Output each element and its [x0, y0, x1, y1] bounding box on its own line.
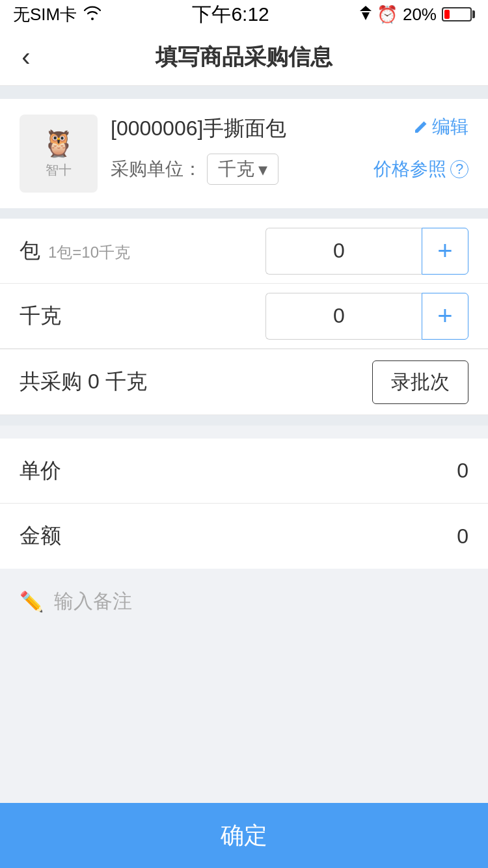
bag-plus-button[interactable]: + — [422, 228, 468, 275]
status-bar-left: 无SIM卡 — [13, 3, 102, 26]
gps-icon — [360, 5, 372, 25]
unit-price-row: 单价 0 — [0, 439, 488, 504]
kg-quantity-input[interactable] — [265, 293, 422, 340]
help-icon: ? — [450, 160, 468, 178]
notes-section[interactable]: ✏️ 输入备注 — [0, 569, 488, 634]
kg-input-group: + — [98, 293, 468, 340]
status-bar-right: ⏰ 20% — [360, 5, 475, 25]
section-divider-1 — [0, 208, 488, 219]
alarm-icon: ⏰ — [377, 5, 398, 25]
product-card: 🦉 智十 [0000006]手撕面包 编辑 采购单位： 千克 ▾ — [0, 99, 488, 208]
kg-plus-button[interactable]: + — [422, 293, 468, 340]
section-divider-2 — [0, 415, 488, 426]
edit-button[interactable]: 编辑 — [414, 115, 468, 139]
unit-label: 采购单位： 千克 ▾ — [111, 154, 278, 185]
summary-row: 共采购 0 千克 录批次 — [0, 349, 488, 414]
product-thumbnail: 🦉 智十 — [20, 115, 98, 193]
nav-bar: ‹ 填写商品采购信息 — [0, 29, 488, 86]
product-name: [0000006]手撕面包 — [111, 115, 286, 143]
bag-input-group: + — [130, 228, 468, 275]
unit-price-label: 单价 — [20, 457, 61, 485]
content-spacer — [0, 634, 488, 816]
amount-value: 0 — [457, 524, 468, 549]
quantity-section: 包 1包=10千克 + 千克 + — [0, 219, 488, 349]
product-owl-icon: 🦉 — [42, 128, 75, 159]
kg-row: 千克 + — [0, 284, 488, 349]
unit-price-value: 0 — [457, 459, 468, 483]
product-info: [0000006]手撕面包 编辑 采购单位： 千克 ▾ 价格参照 ? — [111, 115, 468, 185]
carrier-text: 无SIM卡 — [13, 3, 77, 26]
record-batch-button[interactable]: 录批次 — [372, 360, 468, 404]
unit-dropdown[interactable]: 千克 ▾ — [207, 154, 278, 185]
back-button[interactable]: ‹ — [0, 29, 52, 86]
chevron-down-icon: ▾ — [258, 159, 267, 180]
top-divider — [0, 86, 488, 99]
wifi-icon — [83, 5, 102, 25]
status-bar-time: 下午6:12 — [192, 1, 269, 28]
bag-row: 包 1包=10千克 + — [0, 219, 488, 284]
page-title: 填写商品采购信息 — [156, 42, 332, 72]
confirm-button[interactable]: 确定 — [0, 803, 488, 868]
status-bar: 无SIM卡 下午6:12 ⏰ 20% — [0, 0, 488, 29]
amount-label: 金额 — [20, 522, 61, 550]
product-owl-label: 智十 — [46, 161, 72, 179]
battery-percent: 20% — [403, 5, 437, 25]
bag-unit-note: 1包=10千克 — [48, 242, 130, 263]
pencil-icon: ✏️ — [20, 590, 44, 613]
bag-label: 包 1包=10千克 — [20, 237, 130, 265]
amount-row: 金额 0 — [0, 504, 488, 569]
pricing-section: 单价 0 金额 0 — [0, 439, 488, 569]
summary-text: 共采购 0 千克 — [20, 368, 147, 396]
notes-placeholder: 输入备注 — [54, 588, 132, 615]
bag-quantity-input[interactable] — [265, 228, 422, 275]
battery-icon — [442, 7, 475, 21]
kg-label: 千克 — [20, 302, 98, 331]
price-reference-button[interactable]: 价格参照 ? — [373, 157, 468, 182]
